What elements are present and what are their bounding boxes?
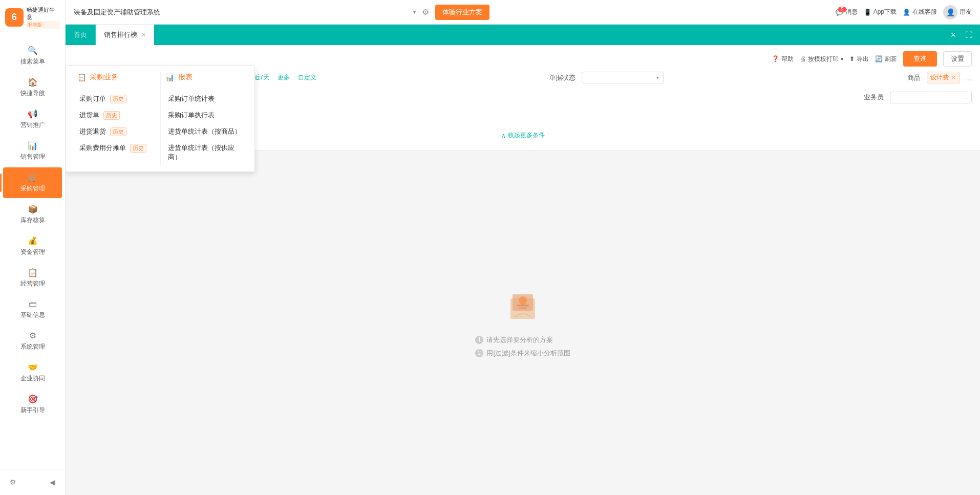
reports-section-label: 报表 xyxy=(178,73,193,82)
header-gear-icon[interactable]: ⚙ xyxy=(422,7,429,17)
tab-bar: 首页 销售排行榜 ✕ ✕ ⛶ xyxy=(66,25,980,45)
menu-item-purchase-order[interactable]: 采购订单 历史 xyxy=(76,91,156,107)
menu-item-receiving-return[interactable]: 进货退货 历史 xyxy=(76,123,156,140)
sidebar-label-quick-nav: 快捷导航 xyxy=(20,89,45,98)
sidebar-item-basic-info[interactable]: 🗃 基础信息 xyxy=(3,294,62,325)
help-link[interactable]: ❓ 帮助 xyxy=(772,55,794,63)
message-btn[interactable]: 💬 5 消息 xyxy=(836,8,858,16)
sidebar-item-quick-nav[interactable]: 🏠 快捷导航 xyxy=(3,72,62,103)
quick-dates: 近7天 更多 自定义 xyxy=(252,72,319,83)
hint-text-1: 请先选择要分析的方案 xyxy=(486,333,553,347)
refresh-link[interactable]: 🔄 刷新 xyxy=(875,55,897,63)
system-dropdown-arrow[interactable]: ▾ xyxy=(413,9,416,15)
order-stat-label: 采购订单统计表 xyxy=(168,94,215,103)
app-download-label: App下载 xyxy=(874,8,897,16)
goods-ellipsis-btn[interactable]: ... xyxy=(966,74,972,82)
sidebar-item-operation[interactable]: 📋 经营管理 xyxy=(3,263,62,293)
tab-sales-rank-label: 销售排行榜 xyxy=(104,30,137,39)
purchase-order-label: 采购订单 xyxy=(79,94,106,103)
receiving-stat-goods-label: 进货单统计表（按商品） xyxy=(168,127,241,136)
quick-date-more[interactable]: 更多 xyxy=(275,72,292,83)
menu-item-receiving[interactable]: 进货单 历史 xyxy=(76,107,156,123)
message-badge: 5 xyxy=(838,7,846,12)
user-btn[interactable]: 👤 用友 xyxy=(943,5,972,19)
logo-title: 畅捷通好生意 xyxy=(27,6,60,21)
search-icon: 🔍 xyxy=(28,46,38,55)
sidebar-item-system[interactable]: ⚙ 系统管理 xyxy=(3,326,62,356)
empty-state: 1 请先选择要分析的方案 2 用[过滤]条件来缩小分析范围 xyxy=(66,150,980,495)
goods-tag-text: 设计费 xyxy=(930,73,949,82)
hint-item-1: 1 请先选择要分析的方案 xyxy=(475,333,570,347)
query-button[interactable]: 查询 xyxy=(903,51,937,67)
quick-date-custom[interactable]: 自定义 xyxy=(296,72,318,83)
main-content: 装备及固定资产辅助管理系统 ▾ ⚙ 体验行业方案 💬 5 消息 📱 App下载 … xyxy=(66,0,980,495)
tab-close-icon[interactable]: ✕ xyxy=(141,32,146,38)
menu-item-order-stat[interactable]: 采购订单统计表 xyxy=(165,91,245,107)
sidebar-bottom: ⚙ ◀ xyxy=(0,469,65,495)
sidebar-item-guide[interactable]: 🎯 新手引导 xyxy=(3,389,62,420)
maximize-window-btn[interactable]: ⛶ xyxy=(964,30,974,40)
filter-actions-top: ❓ 帮助 🖨 按模板打印 ▾ ⬆ 导出 🔄 刷新 查询 设置 xyxy=(74,51,972,67)
home-icon: 🏠 xyxy=(28,77,38,87)
hint-num-1: 1 xyxy=(475,336,483,344)
settings-bottom-btn[interactable]: ⚙ xyxy=(5,475,20,490)
message-icon-wrap: 💬 5 xyxy=(836,9,843,16)
settings-button[interactable]: 设置 xyxy=(943,51,972,67)
empty-hints: 1 请先选择要分析的方案 2 用[过滤]条件来缩小分析范围 xyxy=(475,333,570,360)
purchase-icon: 🛒 xyxy=(28,173,38,182)
hint-item-2: 2 用[过滤]条件来缩小分析范围 xyxy=(475,347,570,360)
sidebar-item-enterprise[interactable]: 🤝 企业协同 xyxy=(3,357,62,388)
export-link[interactable]: ⬆ 导出 xyxy=(849,55,869,63)
print-icon: 🖨 xyxy=(800,55,806,62)
sidebar-label-operation: 经营管理 xyxy=(20,279,45,288)
section-reports-title: 📊 报表 xyxy=(165,72,245,85)
export-icon: ⬆ xyxy=(849,55,855,62)
sidebar-item-finance[interactable]: 💰 资金管理 xyxy=(3,231,62,262)
sidebar-nav: 🔍 搜索菜单 🏠 快捷导航 📢 营销推广 📊 销售管理 🛒 采购管理 📦 库存核… xyxy=(0,35,65,469)
doc-status-select[interactable]: ▾ xyxy=(582,72,664,83)
logo: 6 畅捷通好生意 标准版 xyxy=(0,0,65,35)
sidebar-item-inventory[interactable]: 📦 库存核算 xyxy=(3,199,62,230)
tab-home[interactable]: 首页 xyxy=(66,25,96,45)
sales-icon: 📊 xyxy=(28,141,38,150)
menu-item-purchase-expense[interactable]: 采购费用分摊单 历史 xyxy=(76,140,156,156)
tab-sales-rank[interactable]: 销售排行榜 ✕ xyxy=(96,25,154,45)
sidebar-label-search: 搜索菜单 xyxy=(20,57,45,66)
help-label: 帮助 xyxy=(781,55,794,63)
sidebar-item-sales[interactable]: 📊 销售管理 xyxy=(3,136,62,166)
salesperson-select[interactable]: ... xyxy=(890,92,972,103)
salesperson-arrow: ... xyxy=(963,95,967,100)
enterprise-icon: 🤝 xyxy=(28,362,38,372)
collapse-label: 收起更多条件 xyxy=(508,131,545,140)
app-download-btn[interactable]: 📱 App下载 xyxy=(864,8,897,16)
svg-point-2 xyxy=(519,296,527,305)
menu-item-receiving-stat-supplier[interactable]: 进货单统计表（按供应商） xyxy=(165,140,245,165)
svg-rect-3 xyxy=(517,305,529,306)
print-dropdown-arrow[interactable]: ▾ xyxy=(841,56,843,62)
menu-item-receiving-stat-goods[interactable]: 进货单统计表（按商品） xyxy=(165,123,245,140)
salesperson-label: 业务员 xyxy=(853,93,884,102)
logo-text-wrap: 畅捷通好生意 标准版 xyxy=(27,6,60,29)
content-area: 📋 采购业务 采购订单 历史 进货单 历史 进货退货 历史 采购费用分摊单 xyxy=(66,45,980,495)
sidebar-item-search[interactable]: 🔍 搜索菜单 xyxy=(3,40,62,71)
sidebar-item-purchase[interactable]: 🛒 采购管理 xyxy=(3,167,62,198)
receiving-history-badge: 历史 xyxy=(103,111,120,120)
online-service-btn[interactable]: 👤 在线客服 xyxy=(903,8,937,16)
menu-item-order-exec[interactable]: 采购订单执行表 xyxy=(165,107,245,123)
receiving-return-label: 进货退货 xyxy=(79,127,106,136)
industry-button[interactable]: 体验行业方案 xyxy=(435,5,489,20)
goods-tag: 设计费 ✕ xyxy=(927,72,960,83)
print-link[interactable]: 🖨 按模板打印 ▾ xyxy=(800,55,843,63)
goods-label: 商品 xyxy=(890,73,921,82)
marketing-icon: 📢 xyxy=(28,109,38,119)
goods-tag-close[interactable]: ✕ xyxy=(951,74,956,81)
operation-icon: 📋 xyxy=(28,268,38,277)
service-icon: 👤 xyxy=(903,9,910,16)
sidebar: 6 畅捷通好生意 标准版 🔍 搜索菜单 🏠 快捷导航 📢 营销推广 📊 销售管理… xyxy=(0,0,66,495)
logo-badge: 标准版 xyxy=(27,21,60,29)
close-window-btn[interactable]: ✕ xyxy=(948,30,958,40)
hint-num-2: 2 xyxy=(475,349,483,357)
sidebar-item-marketing[interactable]: 📢 营销推广 xyxy=(3,104,62,135)
collapse-sidebar-btn[interactable]: ◀ xyxy=(45,475,60,490)
guide-icon: 🎯 xyxy=(28,394,38,404)
